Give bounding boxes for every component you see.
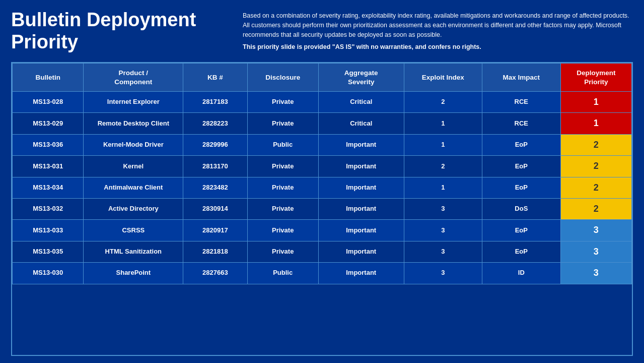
description-text: Based on a combination of severity ratin… — [243, 9, 633, 55]
cell-impact: EoP — [482, 177, 561, 198]
cell-kb: 2827663 — [183, 263, 247, 284]
table-row: MS13-030SharePoint2827663PublicImportant… — [13, 263, 632, 284]
cell-disclosure: Private — [247, 177, 318, 198]
cell-impact: RCE — [482, 113, 561, 134]
cell-priority: 2 — [560, 177, 631, 198]
cell-severity: Important — [318, 156, 404, 177]
cell-product: Antimalware Client — [84, 177, 183, 198]
col-header-product: Product /Component — [84, 64, 183, 92]
cell-kb: 2817183 — [183, 92, 247, 113]
cell-severity: Important — [318, 177, 404, 198]
cell-severity: Important — [318, 263, 404, 284]
cell-disclosure: Private — [247, 113, 318, 134]
cell-kb: 2830914 — [183, 199, 247, 220]
cell-kb: 2813170 — [183, 156, 247, 177]
table-row: MS13-035HTML Sanitization2821818PrivateI… — [13, 241, 632, 262]
cell-product: Active Directory — [84, 199, 183, 220]
cell-impact: EoP — [482, 220, 561, 241]
table-row: MS13-033CSRSS2820917PrivateImportant3EoP… — [13, 220, 632, 241]
cell-severity: Critical — [318, 113, 404, 134]
cell-product: HTML Sanitization — [84, 241, 183, 262]
cell-exploit: 1 — [404, 134, 482, 155]
cell-disclosure: Private — [247, 199, 318, 220]
cell-priority: 3 — [560, 263, 631, 284]
table-row: MS13-031Kernel2813170PrivateImportant2Eo… — [13, 156, 632, 177]
cell-exploit: 3 — [404, 199, 482, 220]
col-header-kb: KB # — [183, 64, 247, 92]
cell-bulletin: MS13-030 — [13, 263, 84, 284]
cell-bulletin: MS13-035 — [13, 241, 84, 262]
deployment-table: Bulletin Product /Component KB # Disclos… — [12, 63, 632, 284]
cell-bulletin: MS13-031 — [13, 156, 84, 177]
cell-bulletin: MS13-033 — [13, 220, 84, 241]
cell-exploit: 3 — [404, 220, 482, 241]
cell-product: CSRSS — [84, 220, 183, 241]
cell-product: Internet Explorer — [84, 92, 183, 113]
col-header-severity: AggregateSeverity — [318, 64, 404, 92]
cell-priority: 1 — [560, 113, 631, 134]
cell-kb: 2823482 — [183, 177, 247, 198]
table-header-row: Bulletin Product /Component KB # Disclos… — [13, 64, 632, 92]
col-header-impact: Max Impact — [482, 64, 561, 92]
cell-priority: 1 — [560, 92, 631, 113]
cell-kb: 2829996 — [183, 134, 247, 155]
cell-bulletin: MS13-032 — [13, 199, 84, 220]
cell-disclosure: Public — [247, 263, 318, 284]
cell-bulletin: MS13-029 — [13, 113, 84, 134]
col-header-bulletin: Bulletin — [13, 64, 84, 92]
cell-product: SharePoint — [84, 263, 183, 284]
cell-severity: Important — [318, 241, 404, 262]
cell-disclosure: Public — [247, 134, 318, 155]
cell-impact: ID — [482, 263, 561, 284]
cell-priority: 3 — [560, 220, 631, 241]
cell-exploit: 3 — [404, 263, 482, 284]
col-header-priority: DeploymentPriority — [560, 64, 631, 92]
cell-exploit: 2 — [404, 92, 482, 113]
col-header-exploit: Exploit Index — [404, 64, 482, 92]
cell-severity: Important — [318, 199, 404, 220]
col-header-disclosure: Disclosure — [247, 64, 318, 92]
description-para1: Based on a combination of severity ratin… — [243, 11, 633, 39]
cell-severity: Important — [318, 134, 404, 155]
cell-bulletin: MS13-034 — [13, 177, 84, 198]
table-row: MS13-036Kernel-Mode Driver2829996PublicI… — [13, 134, 632, 155]
cell-priority: 2 — [560, 156, 631, 177]
cell-exploit: 3 — [404, 241, 482, 262]
cell-bulletin: MS13-036 — [13, 134, 84, 155]
cell-disclosure: Private — [247, 241, 318, 262]
header-section: Bulletin Deployment Priority Based on a … — [11, 9, 633, 55]
cell-kb: 2828223 — [183, 113, 247, 134]
cell-severity: Important — [318, 220, 404, 241]
cell-product: Remote Desktop Client — [84, 113, 183, 134]
cell-impact: EoP — [482, 241, 561, 262]
cell-severity: Critical — [318, 92, 404, 113]
cell-product: Kernel-Mode Driver — [84, 134, 183, 155]
table-wrapper: Bulletin Product /Component KB # Disclos… — [11, 62, 633, 356]
cell-disclosure: Private — [247, 92, 318, 113]
description-disclaimer: This priority slide is provided "AS IS" … — [243, 42, 633, 52]
table-row: MS13-032Active Directory2830914PrivateIm… — [13, 199, 632, 220]
page-title: Bulletin Deployment Priority — [11, 9, 228, 53]
cell-kb: 2821818 — [183, 241, 247, 262]
cell-disclosure: Private — [247, 220, 318, 241]
cell-impact: RCE — [482, 92, 561, 113]
table-row: MS13-034Antimalware Client2823482Private… — [13, 177, 632, 198]
cell-exploit: 2 — [404, 156, 482, 177]
cell-kb: 2820917 — [183, 220, 247, 241]
cell-priority: 3 — [560, 241, 631, 262]
cell-disclosure: Private — [247, 156, 318, 177]
cell-product: Kernel — [84, 156, 183, 177]
cell-exploit: 1 — [404, 113, 482, 134]
table-body: MS13-028Internet Explorer2817183PrivateC… — [13, 92, 632, 284]
page-container: Bulletin Deployment Priority Based on a … — [0, 0, 644, 363]
cell-impact: EoP — [482, 134, 561, 155]
cell-exploit: 1 — [404, 177, 482, 198]
cell-impact: EoP — [482, 156, 561, 177]
table-row: MS13-028Internet Explorer2817183PrivateC… — [13, 92, 632, 113]
cell-priority: 2 — [560, 199, 631, 220]
table-row: MS13-029Remote Desktop Client2828223Priv… — [13, 113, 632, 134]
cell-bulletin: MS13-028 — [13, 92, 84, 113]
cell-impact: DoS — [482, 199, 561, 220]
cell-priority: 2 — [560, 134, 631, 155]
